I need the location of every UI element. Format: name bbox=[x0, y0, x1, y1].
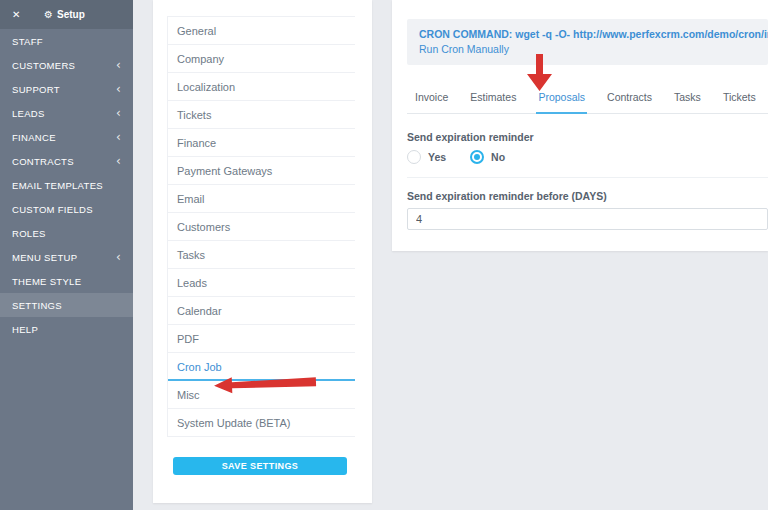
sidebar-item-label: CUSTOMERS bbox=[12, 60, 75, 71]
settings-menu-item-misc[interactable]: Misc bbox=[168, 381, 355, 409]
sidebar-header: ✕ ⚙ Setup bbox=[0, 0, 133, 29]
sidebar-item-label: CUSTOM FIELDS bbox=[12, 204, 93, 215]
settings-menu-item-payment-gateways[interactable]: Payment Gateways bbox=[168, 157, 355, 185]
chevron-left-icon: ‹ bbox=[116, 155, 121, 167]
radio-selected-dot bbox=[474, 154, 480, 160]
radio-yes[interactable]: Yes bbox=[407, 150, 446, 164]
settings-menu-item-localization[interactable]: Localization bbox=[168, 73, 355, 101]
form-divider bbox=[407, 177, 768, 178]
sidebar-item-label: EMAIL TEMPLATES bbox=[12, 180, 103, 191]
settings-menu-item-company[interactable]: Company bbox=[168, 45, 355, 73]
settings-menu-card: General Company Localization Tickets Fin… bbox=[153, 0, 372, 503]
sidebar-item-label: HELP bbox=[12, 324, 38, 335]
save-settings-button[interactable]: SAVE SETTINGS bbox=[173, 457, 347, 475]
sidebar-item-label: FINANCE bbox=[12, 132, 56, 143]
tab-estimates[interactable]: Estimates bbox=[468, 87, 518, 113]
cron-settings-card: CRON COMMAND: wget -q -O- http://www.per… bbox=[392, 0, 768, 251]
settings-menu-item-calendar[interactable]: Calendar bbox=[168, 297, 355, 325]
settings-menu-item-finance[interactable]: Finance bbox=[168, 129, 355, 157]
radio-no[interactable]: No bbox=[470, 150, 505, 164]
gear-icon: ⚙ bbox=[44, 10, 53, 20]
tab-proposals[interactable]: Proposals bbox=[536, 87, 587, 114]
sidebar-item-theme-style[interactable]: THEME STYLE bbox=[0, 269, 133, 293]
sidebar-item-label: SETTINGS bbox=[12, 300, 62, 311]
sidebar-item-label: STAFF bbox=[12, 36, 43, 47]
sidebar-item-label: ROLES bbox=[12, 228, 46, 239]
sidebar-item-label: SUPPORT bbox=[12, 84, 60, 95]
settings-menu-item-customers[interactable]: Customers bbox=[168, 213, 355, 241]
setup-sidebar: ✕ ⚙ Setup STAFF CUSTOMERS ‹ SUPPORT ‹ LE… bbox=[0, 0, 133, 510]
chevron-left-icon: ‹ bbox=[116, 131, 121, 143]
sidebar-item-leads[interactable]: LEADS ‹ bbox=[0, 101, 133, 125]
settings-menu-item-tasks[interactable]: Tasks bbox=[168, 241, 355, 269]
sidebar-item-custom-fields[interactable]: CUSTOM FIELDS bbox=[0, 197, 133, 221]
radio-no-label: No bbox=[491, 151, 505, 163]
sidebar-item-label: LEADS bbox=[12, 108, 45, 119]
chevron-left-icon: ‹ bbox=[116, 83, 121, 95]
chevron-left-icon: ‹ bbox=[116, 59, 121, 71]
radio-yes-label: Yes bbox=[428, 151, 446, 163]
tab-invoice[interactable]: Invoice bbox=[413, 87, 450, 113]
reminder-days-label: Send expiration reminder before (DAYS) bbox=[407, 190, 768, 202]
sidebar-item-roles[interactable]: ROLES bbox=[0, 221, 133, 245]
chevron-left-icon: ‹ bbox=[116, 107, 121, 119]
run-cron-manually-link[interactable]: Run Cron Manually bbox=[419, 43, 509, 55]
settings-menu-item-system-update[interactable]: System Update (BETA) bbox=[168, 409, 355, 437]
settings-menu-item-cron-job[interactable]: Cron Job bbox=[168, 353, 355, 381]
sidebar-item-email-templates[interactable]: EMAIL TEMPLATES bbox=[0, 173, 133, 197]
sidebar-item-support[interactable]: SUPPORT ‹ bbox=[0, 77, 133, 101]
close-icon[interactable]: ✕ bbox=[12, 9, 34, 20]
settings-menu-item-email[interactable]: Email bbox=[168, 185, 355, 213]
sidebar-item-menu-setup[interactable]: MENU SETUP ‹ bbox=[0, 245, 133, 269]
chevron-left-icon: ‹ bbox=[116, 251, 121, 263]
cron-command-text: CRON COMMAND: wget -q -O- http://www.per… bbox=[419, 27, 756, 42]
sidebar-item-label: MENU SETUP bbox=[12, 252, 77, 263]
sidebar-item-staff[interactable]: STAFF bbox=[0, 29, 133, 53]
reminder-days-input[interactable] bbox=[407, 208, 768, 230]
radio-yes-circle[interactable] bbox=[407, 150, 421, 164]
sidebar-title: ⚙ Setup bbox=[44, 9, 85, 20]
expiration-reminder-label: Send expiration reminder bbox=[407, 131, 768, 143]
settings-menu-item-general[interactable]: General bbox=[168, 17, 355, 45]
tab-tasks[interactable]: Tasks bbox=[672, 87, 703, 113]
sidebar-item-settings[interactable]: SETTINGS bbox=[0, 293, 133, 317]
tab-contracts[interactable]: Contracts bbox=[605, 87, 654, 113]
sidebar-item-contracts[interactable]: CONTRACTS ‹ bbox=[0, 149, 133, 173]
sidebar-item-label: THEME STYLE bbox=[12, 276, 81, 287]
settings-menu-item-leads[interactable]: Leads bbox=[168, 269, 355, 297]
expiration-reminder-radio-group: Yes No bbox=[407, 150, 768, 164]
sidebar-item-label: CONTRACTS bbox=[12, 156, 74, 167]
sidebar-item-customers[interactable]: CUSTOMERS ‹ bbox=[0, 53, 133, 77]
settings-menu-item-tickets[interactable]: Tickets bbox=[168, 101, 355, 129]
settings-menu-item-pdf[interactable]: PDF bbox=[168, 325, 355, 353]
tab-tickets[interactable]: Tickets bbox=[721, 87, 758, 113]
sidebar-item-help[interactable]: HELP bbox=[0, 317, 133, 341]
cron-tabs: Invoice Estimates Proposals Contracts Ta… bbox=[407, 87, 768, 114]
sidebar-item-finance[interactable]: FINANCE ‹ bbox=[0, 125, 133, 149]
sidebar-title-label: Setup bbox=[57, 9, 85, 20]
cron-command-box: CRON COMMAND: wget -q -O- http://www.per… bbox=[407, 19, 768, 65]
settings-menu-list: General Company Localization Tickets Fin… bbox=[167, 16, 355, 437]
radio-no-circle[interactable] bbox=[470, 150, 484, 164]
